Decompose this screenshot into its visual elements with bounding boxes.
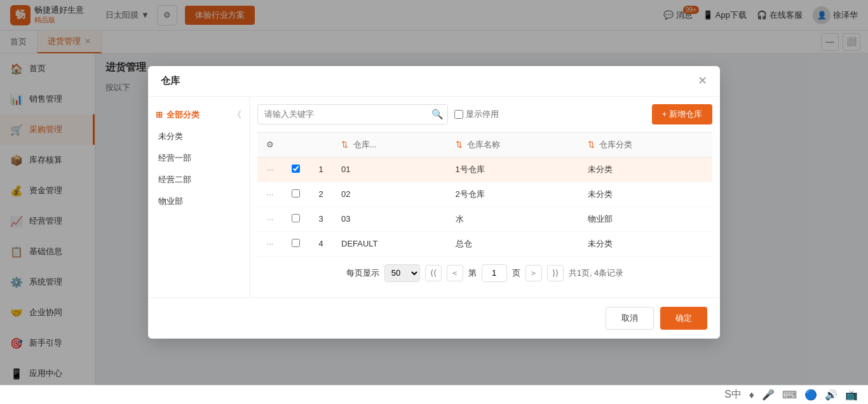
row-code: 02 <box>334 182 448 206</box>
row-checkbox[interactable] <box>283 182 308 206</box>
row-actions[interactable]: ··· <box>257 157 283 182</box>
cancel-button[interactable]: 取消 <box>606 307 654 330</box>
table-toolbar: 🔍 显示停用 + 新增仓库 <box>257 104 712 125</box>
dialog-footer: 取消 确定 <box>148 297 720 339</box>
dialog-header: 仓库 ✕ <box>148 66 720 97</box>
row-name: 水 <box>448 206 580 231</box>
row-category: 未分类 <box>580 182 712 206</box>
row-actions[interactable]: ··· <box>257 182 283 206</box>
row-checkbox[interactable] <box>283 231 308 256</box>
statusbar-keyboard-icon[interactable]: ⌨ <box>782 389 797 401</box>
statusbar-s-icon[interactable]: S中 <box>724 388 742 401</box>
dialog-body: ⊞ 全部分类 《 未分类 经营一部 经营二部 物业部 🔍 <box>148 97 720 297</box>
category-header[interactable]: ⊞ 全部分类 《 <box>148 104 249 126</box>
category-panel: ⊞ 全部分类 《 未分类 经营一部 经营二部 物业部 <box>148 97 250 297</box>
warehouse-dialog: 仓库 ✕ ⊞ 全部分类 《 未分类 经营一部 经营二部 物业部 <box>148 66 720 339</box>
row-name: 2号仓库 <box>448 182 580 206</box>
table-panel: 🔍 显示停用 + 新增仓库 ⚙ <box>250 97 720 297</box>
next-page-button[interactable]: ＞ <box>526 265 542 281</box>
category-item-dept2[interactable]: 经营二部 <box>148 169 249 191</box>
show-disabled-label[interactable]: 显示停用 <box>454 109 499 120</box>
dialog-overlay: 仓库 ✕ ⊞ 全部分类 《 未分类 经营一部 经营二部 物业部 <box>0 0 868 404</box>
row-name: 1号仓库 <box>448 157 580 182</box>
row-code: 01 <box>334 157 448 182</box>
table-row[interactable]: ··· 4 DEFAULT 总仓 未分类 <box>257 231 712 256</box>
table-row[interactable]: ··· 2 02 2号仓库 未分类 <box>257 182 712 206</box>
row-num: 2 <box>308 182 334 206</box>
warehouse-table: ⚙ ⇅ 仓库... ⇅ 仓库名称 <box>257 132 712 257</box>
total-info: 共1页, 4条记录 <box>569 267 624 279</box>
page-label: 第 <box>468 267 477 279</box>
col-header-name[interactable]: ⇅ 仓库名称 <box>448 132 580 157</box>
row-checkbox[interactable] <box>283 157 308 182</box>
row-name: 总仓 <box>448 231 580 256</box>
search-button[interactable]: 🔍 <box>427 104 447 125</box>
all-category: ⊞ 全部分类 <box>156 109 200 121</box>
row-num: 3 <box>308 206 334 231</box>
prev-page-button[interactable]: ＜ <box>447 265 463 281</box>
dialog-title: 仓库 <box>161 75 180 87</box>
search-input[interactable] <box>258 109 427 119</box>
row-checkbox[interactable] <box>283 206 308 231</box>
col-header-num <box>308 132 334 157</box>
statusbar-network-icon: 🔵 <box>804 389 817 401</box>
row-category: 未分类 <box>580 157 712 182</box>
table-row[interactable]: ··· 1 01 1号仓库 未分类 <box>257 157 712 182</box>
col-header-code[interactable]: ⇅ 仓库... <box>334 132 448 157</box>
table-row[interactable]: ··· 3 03 水 物业部 <box>257 206 712 231</box>
col-header-category[interactable]: ⇅ 仓库分类 <box>580 132 712 157</box>
first-page-button[interactable]: ⟨⟨ <box>425 265 442 281</box>
sort-icon-name: ⇅ <box>456 140 463 149</box>
sort-icon-code: ⇅ <box>341 140 348 149</box>
per-page-label: 每页显示 <box>346 267 379 279</box>
statusbar-diamond-icon: ♦ <box>749 389 754 401</box>
show-disabled-checkbox[interactable] <box>454 110 463 119</box>
row-code: DEFAULT <box>334 231 448 256</box>
row-num: 4 <box>308 231 334 256</box>
row-category: 未分类 <box>580 231 712 256</box>
confirm-button[interactable]: 确定 <box>660 307 707 330</box>
pagination: 每页显示 50 10 20 100 ⟨⟨ ＜ 第 页 ＞ ⟩⟩ 共1页, 4条记… <box>257 257 712 290</box>
add-warehouse-button[interactable]: + 新增仓库 <box>652 104 712 125</box>
row-category: 物业部 <box>580 206 712 231</box>
row-code: 03 <box>334 206 448 231</box>
statusbar-mic-icon[interactable]: 🎤 <box>762 389 775 401</box>
status-bar: S中 ♦ 🎤 ⌨ 🔵 🔊 📺 <box>0 385 868 404</box>
category-item-property[interactable]: 物业部 <box>148 191 249 212</box>
statusbar-display-icon[interactable]: 📺 <box>845 389 858 401</box>
search-box: 🔍 <box>257 104 448 125</box>
row-num: 1 <box>308 157 334 182</box>
col-header-checkbox <box>283 132 308 157</box>
statusbar-volume-icon[interactable]: 🔊 <box>825 389 837 401</box>
last-page-button[interactable]: ⟩⟩ <box>547 265 564 281</box>
row-actions[interactable]: ··· <box>257 206 283 231</box>
sort-icon-category: ⇅ <box>588 140 595 149</box>
collapse-icon[interactable]: 《 <box>233 109 241 121</box>
row-actions[interactable]: ··· <box>257 231 283 256</box>
category-item-uncategorized[interactable]: 未分类 <box>148 126 249 147</box>
page-input[interactable] <box>482 264 507 282</box>
col-header-gear: ⚙ <box>257 132 283 157</box>
category-item-dept1[interactable]: 经营一部 <box>148 147 249 169</box>
per-page-select[interactable]: 50 10 20 100 <box>384 264 420 282</box>
dialog-close-button[interactable]: ✕ <box>698 75 707 86</box>
page-unit: 页 <box>512 267 520 279</box>
